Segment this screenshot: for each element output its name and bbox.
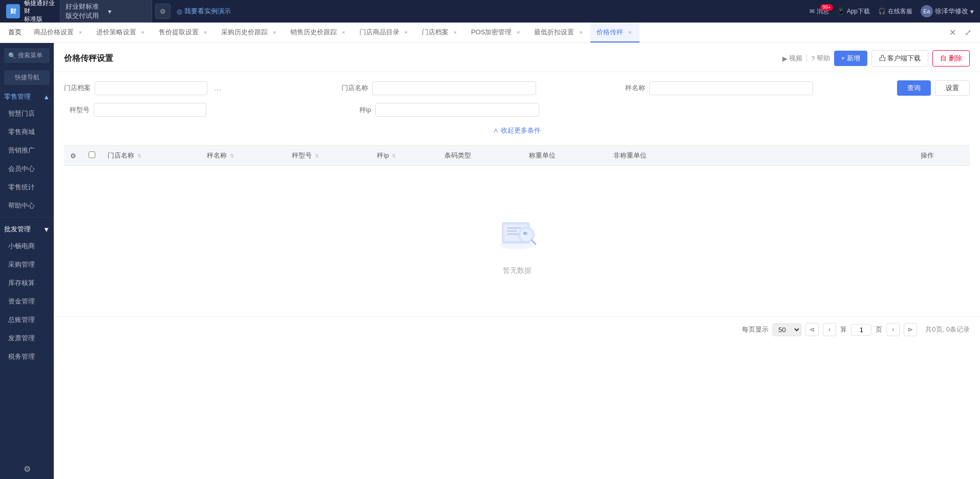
sidebar-item-general-ledger[interactable]: 总账管理 bbox=[0, 311, 54, 329]
online-service-btn[interactable]: 🎧 在线客服 bbox=[878, 7, 912, 16]
store-name-label: 门店名称 bbox=[342, 83, 368, 93]
sidebar-item-marketing[interactable]: 营销推广 bbox=[0, 141, 54, 160]
sidebar-section-wholesale[interactable]: 批发管理 ▼ bbox=[0, 220, 54, 237]
search-menu-btn[interactable]: 🔍 搜索菜单 bbox=[4, 48, 50, 63]
first-page-btn[interactable]: ⊲ bbox=[805, 323, 819, 336]
tab-close-icon[interactable]: × bbox=[202, 29, 209, 36]
tab-close-icon[interactable]: × bbox=[340, 29, 347, 36]
page-number-input[interactable] bbox=[851, 324, 871, 336]
sidebar-item-tax[interactable]: 税务管理 bbox=[0, 347, 54, 366]
page-size-label: 每页显示 bbox=[742, 325, 769, 334]
sidebar-item-purchase[interactable]: 采购管理 bbox=[0, 255, 54, 274]
store-archive-label: 门店档案 bbox=[64, 83, 91, 93]
logo-area: 财 畅捷通好业财 标准版 bbox=[6, 0, 60, 23]
filter-scale-model: 秤型号 bbox=[64, 103, 335, 117]
tab-close-icon[interactable]: × bbox=[402, 29, 410, 36]
tab-close-icon[interactable]: × bbox=[77, 29, 84, 36]
message-icon: ✉ bbox=[809, 8, 815, 15]
sidebar-search-area: 🔍 搜索菜单 bbox=[0, 43, 54, 68]
tab-home[interactable]: 首页 bbox=[2, 23, 28, 42]
th-scale-model: 秤型号 ⇅ bbox=[286, 146, 371, 166]
data-table: ⚙ 门店名称 ⇅ 秤名称 ⇅ 秤型号 bbox=[64, 145, 970, 166]
th-barcode-type: 条码类型 bbox=[438, 146, 523, 166]
table-head: ⚙ 门店名称 ⇅ 秤名称 ⇅ 秤型号 bbox=[64, 146, 970, 166]
page-title: 价格传秤设置 bbox=[64, 53, 113, 64]
th-settings[interactable]: ⚙ bbox=[64, 146, 82, 166]
tab-store-catalog[interactable]: 门店商品目录 × bbox=[353, 23, 416, 42]
th-scale-ip: 秤ip ⇅ bbox=[371, 146, 438, 166]
sidebar-item-retail-stats[interactable]: 零售统计 bbox=[0, 178, 54, 197]
prev-page-btn[interactable]: ‹ bbox=[823, 323, 836, 336]
tab-close-icon[interactable]: × bbox=[271, 29, 278, 36]
scale-ip-input[interactable] bbox=[375, 103, 539, 117]
filter-store-archive: 门店档案 … bbox=[64, 81, 331, 95]
th-checkbox[interactable] bbox=[82, 146, 101, 166]
store-archive-input[interactable] bbox=[95, 81, 207, 95]
more-dots-icon[interactable]: … bbox=[214, 83, 222, 93]
demo-btn[interactable]: ◎ 我要看实例演示 bbox=[177, 7, 231, 16]
tab-bar: 首页 商品价格设置 × 进价策略设置 × 售价提取设置 × 采购历史价跟踪 × … bbox=[0, 23, 980, 43]
sidebar: 🔍 搜索菜单 快捷导航 零售管理 ▲ 智慧门店 零售商城 营销推广 会员中心 零… bbox=[0, 43, 54, 479]
sidebar-divider bbox=[0, 217, 54, 217]
tab-close-icon[interactable]: × bbox=[139, 29, 146, 36]
sort-icon: ⇅ bbox=[137, 153, 141, 159]
empty-state: 暂无数据 bbox=[64, 166, 970, 316]
app-download-btn[interactable]: 📱 App下载 bbox=[837, 7, 870, 16]
settings-filter-btn[interactable]: 设置 bbox=[935, 80, 970, 96]
tab-purchase-history[interactable]: 采购历史价跟踪 × bbox=[215, 23, 284, 42]
scale-model-input[interactable] bbox=[94, 103, 206, 117]
sidebar-item-retail-mall[interactable]: 零售商城 bbox=[0, 123, 54, 141]
sidebar-item-smart-store[interactable]: 智慧门店 bbox=[0, 104, 54, 123]
sidebar-item-inventory[interactable]: 库存核算 bbox=[0, 274, 54, 292]
filter-scale-name: 秤名称 bbox=[620, 81, 887, 95]
expand-tab-btn[interactable]: ⤢ bbox=[962, 27, 974, 39]
download-btn[interactable]: 凸 客户端下载 bbox=[871, 50, 929, 67]
tab-pos-management[interactable]: POS加密管理 × bbox=[465, 23, 528, 42]
last-page-btn[interactable]: ⊳ bbox=[904, 323, 917, 336]
filter-scale-ip: 秤ip bbox=[346, 103, 617, 117]
sidebar-section-retail[interactable]: 零售管理 ▲ bbox=[0, 87, 54, 104]
th-non-weight-unit: 非称重单位 bbox=[607, 146, 914, 166]
scale-name-input[interactable] bbox=[649, 81, 813, 95]
help-link-btn[interactable]: ? 帮助 bbox=[811, 54, 829, 63]
settings-btn[interactable]: ⚙ bbox=[155, 4, 171, 19]
collapse-filter-btn[interactable]: ∧ 收起更多条件 bbox=[64, 124, 970, 141]
tab-min-discount[interactable]: 最低折扣设置 × bbox=[528, 23, 590, 42]
page-size-select[interactable]: 50 10 20 100 bbox=[773, 323, 801, 336]
select-all-checkbox[interactable] bbox=[89, 151, 95, 158]
delete-btn[interactable]: 自 删除 bbox=[932, 50, 970, 67]
quick-nav-btn[interactable]: 快捷导航 bbox=[4, 70, 50, 85]
app-selector[interactable]: 好业财标准版交付试用 ▾ bbox=[60, 0, 152, 23]
tab-close-icon[interactable]: × bbox=[452, 29, 459, 36]
th-operation: 操作 bbox=[914, 146, 970, 166]
sidebar-item-ecommerce[interactable]: 小畅电商 bbox=[0, 237, 54, 255]
user-area[interactable]: Ea 徐泽华修改 ▾ bbox=[921, 5, 974, 17]
close-tab-btn[interactable]: ✕ bbox=[946, 27, 958, 39]
sidebar-item-invoice[interactable]: 发票管理 bbox=[0, 329, 54, 347]
next-page-btn[interactable]: › bbox=[886, 323, 900, 336]
filter-store-name: 门店名称 bbox=[342, 81, 609, 95]
query-btn[interactable]: 查询 bbox=[897, 80, 931, 96]
settings-icon[interactable]: ⚙ bbox=[24, 464, 31, 474]
page-total: 共0页, 0条记录 bbox=[925, 325, 970, 334]
message-btn[interactable]: ✉ 消息 99+ bbox=[809, 7, 829, 16]
filter-area: 门店档案 … 门店名称 秤名称 查询 设置 bbox=[54, 72, 980, 145]
sidebar-item-finance[interactable]: 资金管理 bbox=[0, 292, 54, 311]
page-unit: 页 bbox=[876, 325, 882, 334]
sidebar-item-member[interactable]: 会员中心 bbox=[0, 160, 54, 178]
add-btn[interactable]: + 新增 bbox=[834, 51, 867, 66]
tab-close-icon[interactable]: × bbox=[515, 29, 522, 36]
tab-purchase-strategy[interactable]: 进价策略设置 × bbox=[90, 23, 153, 42]
tab-store-archive[interactable]: 门店档案 × bbox=[416, 23, 465, 42]
main-layout: 🔍 搜索菜单 快捷导航 零售管理 ▲ 智慧门店 零售商城 营销推广 会员中心 零… bbox=[0, 43, 980, 479]
tab-price-scale[interactable]: 价格传秤 × bbox=[590, 23, 640, 42]
tab-sale-price[interactable]: 售价提取设置 × bbox=[153, 23, 215, 42]
video-link-btn[interactable]: ▶ 视频 bbox=[782, 54, 802, 63]
store-name-input[interactable] bbox=[372, 81, 536, 95]
tab-close-icon[interactable]: × bbox=[577, 29, 584, 36]
tab-sales-history[interactable]: 销售历史价跟踪 × bbox=[284, 23, 353, 42]
tab-price-settings[interactable]: 商品价格设置 × bbox=[28, 23, 90, 42]
sidebar-item-help[interactable]: 帮助中心 bbox=[0, 197, 54, 215]
empty-text: 暂无数据 bbox=[503, 266, 531, 275]
tab-close-icon[interactable]: × bbox=[626, 29, 633, 36]
